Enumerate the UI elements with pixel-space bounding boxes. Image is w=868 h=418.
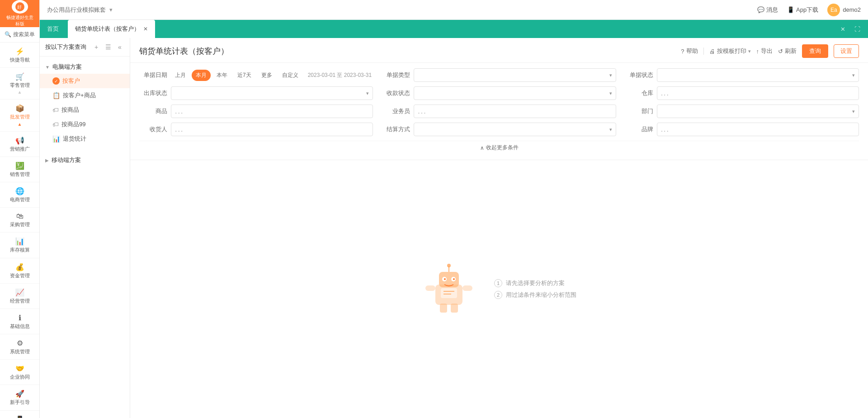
expand-arrow: ▲ xyxy=(18,90,22,95)
avatar: Ea xyxy=(827,4,840,16)
svg-point-6 xyxy=(444,278,446,280)
step-2-num: 2 xyxy=(494,291,502,299)
export-icon: ↑ xyxy=(756,48,760,55)
settlement-select[interactable]: ▾ xyxy=(414,123,616,136)
basic-icon: ℹ xyxy=(19,314,21,322)
department-label: 部门 xyxy=(625,107,657,115)
tree-child-by-customer[interactable]: ✓ 按客户 xyxy=(40,74,130,88)
sidebar-item-label: 企业协同 xyxy=(10,374,30,380)
sidebar-item-quick-nav[interactable]: ⚡ 快捷导航 xyxy=(0,43,39,68)
date-tab-more[interactable]: 更多 xyxy=(257,70,276,81)
sidebar-item-system[interactable]: ⚙ 系统管理 xyxy=(0,334,39,360)
salesperson-dots: ... xyxy=(418,107,426,115)
active-dot-icon: ✓ xyxy=(54,79,58,84)
tab-sales-stats[interactable]: 销货单统计表（按客户） ✕ xyxy=(68,20,155,38)
tree-child-by-goods-99[interactable]: 🏷 按商品99 xyxy=(40,117,130,132)
refresh-button[interactable]: ↺ 刷新 xyxy=(778,47,797,55)
empty-step-1: 1 请先选择要分析的方案 xyxy=(494,279,576,287)
brand-select[interactable]: ... xyxy=(657,123,859,136)
date-tab-custom[interactable]: 自定义 xyxy=(278,70,302,81)
help-link[interactable]: ? 帮助 xyxy=(681,47,698,55)
receipt-status-select[interactable]: ▾ xyxy=(414,86,616,100)
receiver-select[interactable]: ... xyxy=(171,123,373,136)
tree-parent-desktop[interactable]: ▼ 电脑端方案 xyxy=(40,60,130,74)
header-dropdown-arrow[interactable]: ▾ xyxy=(109,6,113,13)
collapse-more-button[interactable]: ∧ 收起更多条件 xyxy=(139,141,859,154)
warehouse-label: 仓库 xyxy=(625,89,657,97)
sidebar-item-wholesale[interactable]: 📦 批发管理 ▲ xyxy=(0,100,39,131)
message-button[interactable]: 💬 消息 xyxy=(757,6,778,14)
filter-row-goods: 商品 ... 业务员 ... 部门 xyxy=(139,104,859,118)
order-status-select[interactable]: ▾ xyxy=(657,68,859,82)
empty-step-2: 2 用过滤条件来缩小分析范围 xyxy=(494,291,576,299)
department-arrow: ▾ xyxy=(852,109,855,114)
content-area: 按以下方案查询 + ☰ « ▼ 电脑端方案 xyxy=(40,38,868,418)
sidebar-item-app-center[interactable]: 📱 应用中心 xyxy=(0,411,39,418)
order-type-select[interactable]: ▾ xyxy=(414,68,616,82)
template-print-button[interactable]: 🖨 按模板打印 ▾ xyxy=(709,47,751,55)
sidebar-search[interactable]: 🔍 搜索菜单 xyxy=(0,27,39,43)
goods-icon: 🏷 xyxy=(52,106,59,114)
date-tab-this-year[interactable]: 本年 xyxy=(212,70,231,81)
sidebar-item-label: 批发管理 xyxy=(10,114,30,120)
sidebar-item-purchase[interactable]: 🛍 采购管理 xyxy=(0,208,39,233)
sidebar-item-sales[interactable]: 💹 销售管理 xyxy=(0,157,39,182)
tree-child-label: 按商品 xyxy=(61,106,79,114)
sidebar-item-ecommerce[interactable]: 🌐 电商管理 xyxy=(0,182,39,208)
panel-add-button[interactable]: + xyxy=(92,43,101,52)
department-control: ▾ xyxy=(657,104,859,118)
empty-state: 1 请先选择要分析的方案 2 用过滤条件来缩小分析范围 xyxy=(130,160,868,418)
date-range-text: 2023-03-01 至 2023-03-31 xyxy=(308,71,372,79)
panel-edit-button[interactable]: ☰ xyxy=(104,43,113,52)
panel-collapse-button[interactable]: « xyxy=(115,43,124,52)
tab-close-icon[interactable]: ✕ xyxy=(143,26,148,32)
warehouse-select[interactable]: ... xyxy=(657,86,859,100)
goods-select[interactable]: ... xyxy=(171,104,373,118)
wholesale-icon: 📦 xyxy=(15,104,24,113)
sidebar-item-operation[interactable]: 📈 经营管理 xyxy=(0,284,39,309)
date-tab-7days[interactable]: 近7天 xyxy=(233,70,255,81)
sidebar-item-finance[interactable]: 💰 资金管理 xyxy=(0,258,39,284)
tree-child-by-customer-goods[interactable]: 📋 按客户+商品 xyxy=(40,88,130,103)
tree-parent-label: 电脑端方案 xyxy=(52,63,82,71)
sidebar-item-inventory[interactable]: 📊 库存核算 xyxy=(0,233,39,258)
refresh-label: 刷新 xyxy=(785,47,797,55)
maximize-icon: ⛶ xyxy=(854,26,860,33)
order-status-arrow: ▾ xyxy=(852,72,855,78)
panel-title: 按以下方案查询 xyxy=(45,43,86,51)
sidebar-item-label: 新手引导 xyxy=(10,399,30,405)
expand-arrow-active: ▲ xyxy=(18,122,22,127)
sidebar: 好 畅捷通好生意 标版 🔍 搜索菜单 ⚡ 快捷导航 🛒 零售管理 ▲ 📦 批发管… xyxy=(0,0,40,418)
query-label: 查询 xyxy=(809,47,821,55)
tree-child-by-goods[interactable]: 🏷 按商品 xyxy=(40,103,130,117)
settings-button[interactable]: 设置 xyxy=(834,44,859,58)
avatar-text: Ea xyxy=(830,7,837,13)
sidebar-item-basic[interactable]: ℹ 基础信息 xyxy=(0,309,39,334)
empty-illustration xyxy=(422,262,476,316)
tree-child-refund[interactable]: 📊 退货统计 xyxy=(40,132,130,146)
tab-home[interactable]: 首页 xyxy=(40,20,66,38)
date-tab-last-month[interactable]: 上月 xyxy=(171,70,190,81)
out-status-select[interactable]: ▾ xyxy=(171,86,373,100)
purchase-icon: 🛍 xyxy=(16,212,24,220)
app-download-button[interactable]: 📱 App下载 xyxy=(787,6,818,14)
department-select[interactable]: ▾ xyxy=(657,104,859,118)
tree-parent-mobile[interactable]: ▶ 移动端方案 xyxy=(40,153,130,167)
empty-content: 1 请先选择要分析的方案 2 用过滤条件来缩小分析范围 xyxy=(422,262,576,316)
finance-icon: 💰 xyxy=(15,263,24,271)
date-tab-this-month[interactable]: 本月 xyxy=(192,70,211,81)
user-menu[interactable]: Ea demo2 xyxy=(827,4,861,16)
sidebar-item-marketing[interactable]: 📢 营销推广 xyxy=(0,132,39,157)
svg-text:好: 好 xyxy=(17,5,22,10)
sidebar-item-retail[interactable]: 🛒 零售管理 ▲ xyxy=(0,68,39,100)
salesperson-select[interactable]: ... xyxy=(414,104,616,118)
sidebar-item-label: 经营管理 xyxy=(10,298,30,304)
export-button[interactable]: ↑ 导出 xyxy=(756,47,773,55)
query-button[interactable]: 查询 xyxy=(802,44,828,58)
tab-close-button[interactable]: ✕ xyxy=(837,24,848,34)
sidebar-item-newbie[interactable]: 🚀 新手引导 xyxy=(0,385,39,410)
tab-maximize-button[interactable]: ⛶ xyxy=(852,24,863,34)
out-status-arrow: ▾ xyxy=(366,90,369,96)
sidebar-item-cooperation[interactable]: 🤝 企业协同 xyxy=(0,360,39,385)
date-tabs: 上月 本月 本年 近7天 更多 自定义 xyxy=(171,70,302,81)
